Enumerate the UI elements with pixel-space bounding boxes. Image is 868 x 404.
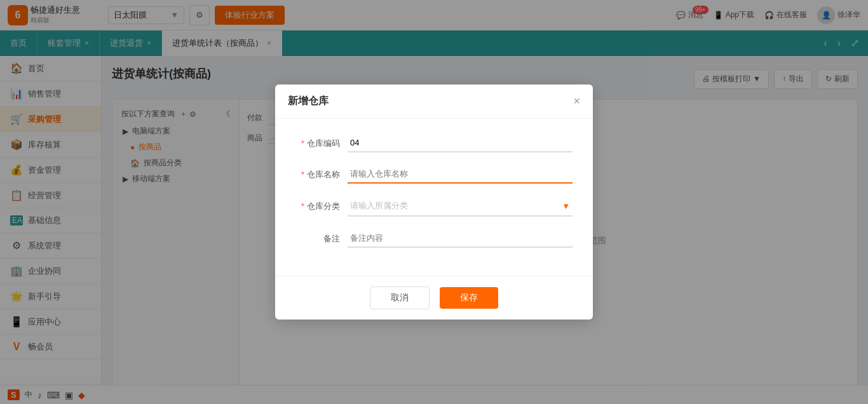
close-icon[interactable]: ×: [573, 95, 580, 108]
warehouse-name-row: *仓库名称: [295, 165, 573, 184]
new-warehouse-modal: 新增仓库 × *仓库编码 *仓库名称 *仓库分类: [275, 84, 593, 320]
cancel-button[interactable]: 取消: [370, 286, 430, 309]
modal-title: 新增仓库: [288, 95, 329, 108]
warehouse-type-select[interactable]: 请输入所属分类 ▼: [348, 196, 573, 217]
warehouse-name-label: *仓库名称: [295, 169, 340, 180]
modal-overlay: 新增仓库 × *仓库编码 *仓库名称 *仓库分类: [0, 0, 868, 404]
modal-body: *仓库编码 *仓库名称 *仓库分类 请输入所属分类 ▼: [275, 119, 593, 276]
save-button[interactable]: 保存: [440, 287, 498, 309]
warehouse-type-label: *仓库分类: [295, 201, 340, 212]
remark-row: 备注: [295, 229, 573, 248]
warehouse-name-input[interactable]: [348, 165, 573, 184]
warehouse-code-label: *仓库编码: [295, 138, 340, 149]
modal-header: 新增仓库 ×: [275, 84, 593, 119]
warehouse-code-row: *仓库编码: [295, 134, 573, 152]
warehouse-type-row: *仓库分类 请输入所属分类 ▼: [295, 196, 573, 217]
remark-label: 备注: [295, 233, 340, 245]
chevron-down-icon: ▼: [562, 201, 570, 211]
warehouse-code-input[interactable]: [348, 134, 573, 152]
modal-footer: 取消 保存: [275, 276, 593, 320]
remark-input[interactable]: [348, 229, 573, 248]
